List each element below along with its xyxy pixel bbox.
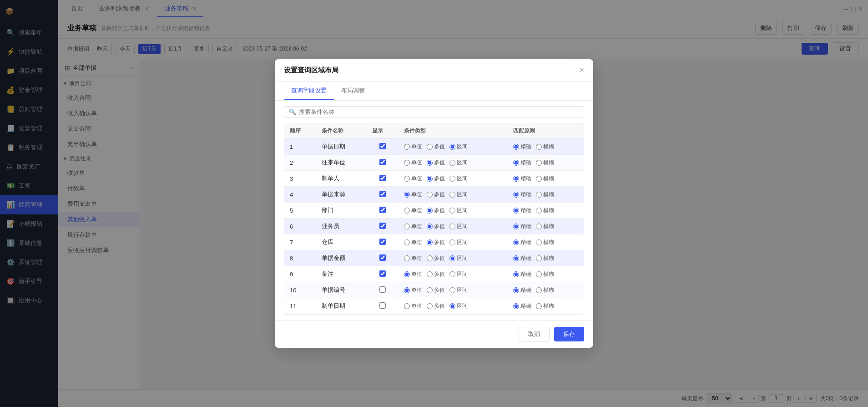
range-radio[interactable]	[449, 160, 455, 166]
range-radio-label[interactable]: 区间	[449, 286, 468, 294]
range-radio[interactable]	[449, 287, 455, 293]
range-radio[interactable]	[449, 239, 455, 245]
multi-value-radio-label[interactable]: 多值	[427, 191, 445, 198]
exact-radio-label[interactable]: 精确	[513, 254, 531, 262]
show-checkbox[interactable]	[379, 143, 386, 149]
fuzzy-radio-label[interactable]: 模糊	[536, 143, 554, 151]
range-radio-label[interactable]: 区间	[449, 223, 468, 230]
dialog-tab-field-settings[interactable]: 查询字段设置	[284, 82, 334, 100]
fuzzy-radio[interactable]	[536, 287, 542, 293]
dialog-search-input[interactable]	[299, 108, 579, 115]
fuzzy-radio[interactable]	[536, 239, 542, 245]
single-value-radio-label[interactable]: 单值	[404, 175, 422, 183]
fuzzy-radio[interactable]	[536, 224, 542, 229]
exact-radio[interactable]	[513, 208, 519, 214]
fuzzy-radio-label[interactable]: 模糊	[536, 254, 554, 262]
show-checkbox[interactable]	[379, 302, 386, 309]
multi-value-radio[interactable]	[427, 192, 433, 198]
show-checkbox[interactable]	[379, 286, 386, 293]
cancel-button[interactable]: 取消	[519, 327, 550, 341]
multi-value-radio-label[interactable]: 多值	[427, 223, 445, 230]
fuzzy-radio[interactable]	[536, 271, 542, 277]
cell-show[interactable]	[367, 139, 399, 155]
show-checkbox[interactable]	[379, 254, 386, 261]
multi-value-radio-label[interactable]: 多值	[427, 286, 445, 294]
exact-radio-label[interactable]: 精确	[513, 143, 531, 151]
multi-value-radio[interactable]	[427, 144, 433, 150]
multi-value-radio[interactable]	[427, 176, 433, 182]
fuzzy-radio[interactable]	[536, 303, 542, 309]
exact-radio[interactable]	[513, 271, 519, 277]
range-radio-label[interactable]: 区间	[449, 270, 468, 278]
exact-radio[interactable]	[513, 160, 519, 166]
exact-radio[interactable]	[513, 224, 519, 229]
single-value-radio-label[interactable]: 单值	[404, 254, 422, 262]
dialog-close-button[interactable]: ×	[579, 66, 584, 75]
single-value-radio-label[interactable]: 单值	[404, 159, 422, 167]
exact-radio-label[interactable]: 精确	[513, 159, 531, 167]
single-value-radio[interactable]	[404, 255, 410, 261]
single-value-radio[interactable]	[404, 287, 410, 293]
multi-value-radio-label[interactable]: 多值	[427, 143, 445, 151]
cell-show[interactable]	[367, 219, 399, 234]
cell-show[interactable]	[367, 171, 399, 187]
range-radio-label[interactable]: 区间	[449, 175, 468, 183]
fuzzy-radio-label[interactable]: 模糊	[536, 159, 554, 167]
exact-radio-label[interactable]: 精确	[513, 191, 531, 198]
single-value-radio-label[interactable]: 单值	[404, 223, 422, 230]
cell-show[interactable]	[367, 234, 399, 250]
cell-show[interactable]	[367, 250, 399, 266]
exact-radio[interactable]	[513, 144, 519, 150]
range-radio-label[interactable]: 区间	[449, 191, 468, 198]
multi-value-radio-label[interactable]: 多值	[427, 270, 445, 278]
cell-show[interactable]	[367, 155, 399, 171]
exact-radio[interactable]	[513, 192, 519, 198]
single-value-radio-label[interactable]: 单值	[404, 191, 422, 198]
cell-show[interactable]	[367, 266, 399, 282]
fuzzy-radio-label[interactable]: 模糊	[536, 191, 554, 198]
save-dialog-button[interactable]: 保存	[554, 327, 584, 341]
exact-radio-label[interactable]: 精确	[513, 286, 531, 294]
single-value-radio-label[interactable]: 单值	[404, 239, 422, 246]
single-value-radio-label[interactable]: 单值	[404, 270, 422, 278]
show-checkbox[interactable]	[379, 239, 386, 245]
single-value-radio[interactable]	[404, 160, 410, 166]
multi-value-radio[interactable]	[427, 224, 433, 229]
show-checkbox[interactable]	[379, 175, 386, 181]
single-value-radio[interactable]	[404, 303, 410, 309]
exact-radio[interactable]	[513, 287, 519, 293]
range-radio-label[interactable]: 区间	[449, 207, 468, 214]
range-radio-label[interactable]: 区间	[449, 302, 468, 310]
multi-value-radio[interactable]	[427, 239, 433, 245]
fuzzy-radio[interactable]	[536, 255, 542, 261]
single-value-radio-label[interactable]: 单值	[404, 143, 422, 151]
multi-value-radio-label[interactable]: 多值	[427, 207, 445, 214]
fuzzy-radio-label[interactable]: 模糊	[536, 270, 554, 278]
exact-radio-label[interactable]: 精确	[513, 223, 531, 230]
range-radio[interactable]	[449, 224, 455, 229]
exact-radio-label[interactable]: 精确	[513, 270, 531, 278]
range-radio[interactable]	[449, 255, 455, 261]
single-value-radio-label[interactable]: 单值	[404, 286, 422, 294]
exact-radio-label[interactable]: 精确	[513, 302, 531, 310]
fuzzy-radio-label[interactable]: 模糊	[536, 207, 554, 214]
exact-radio-label[interactable]: 精确	[513, 207, 531, 214]
single-value-radio[interactable]	[404, 192, 410, 198]
exact-radio-label[interactable]: 精确	[513, 239, 531, 246]
fuzzy-radio-label[interactable]: 模糊	[536, 223, 554, 230]
exact-radio-label[interactable]: 精确	[513, 175, 531, 183]
single-value-radio[interactable]	[404, 208, 410, 214]
exact-radio[interactable]	[513, 239, 519, 245]
range-radio[interactable]	[449, 303, 455, 309]
single-value-radio[interactable]	[404, 176, 410, 182]
dialog-overlay[interactable]: 设置查询区域布局 × 查询字段设置 布局调整 🔍	[0, 0, 868, 407]
single-value-radio[interactable]	[404, 224, 410, 229]
range-radio-label[interactable]: 区间	[449, 143, 468, 151]
multi-value-radio[interactable]	[427, 303, 433, 309]
range-radio[interactable]	[449, 144, 455, 150]
fuzzy-radio[interactable]	[536, 192, 542, 198]
range-radio[interactable]	[449, 192, 455, 198]
cell-show[interactable]	[367, 298, 399, 314]
multi-value-radio[interactable]	[427, 271, 433, 277]
range-radio-label[interactable]: 区间	[449, 239, 468, 246]
